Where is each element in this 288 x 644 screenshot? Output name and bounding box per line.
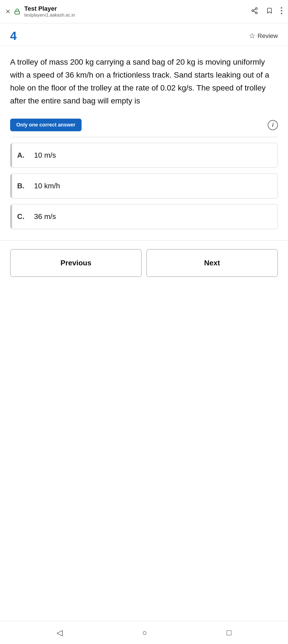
review-button[interactable]: ☆ Review bbox=[249, 31, 278, 40]
option-b[interactable]: B. 10 km/h bbox=[10, 173, 278, 198]
svg-point-7 bbox=[281, 10, 282, 11]
option-c-label: C. bbox=[17, 212, 28, 221]
bookmark-icon[interactable] bbox=[266, 7, 273, 16]
close-button[interactable]: × bbox=[6, 8, 10, 15]
previous-button[interactable]: Previous bbox=[10, 249, 142, 277]
option-c-text: 36 m/s bbox=[34, 212, 56, 221]
question-body: A trolley of mass 200 kg carrying a sand… bbox=[0, 46, 288, 113]
nav-buttons: Previous Next bbox=[0, 240, 288, 285]
option-a-label: A. bbox=[17, 151, 28, 160]
browser-url: testplayerv1.aakash.ac.in bbox=[24, 12, 75, 18]
star-icon: ☆ bbox=[249, 31, 255, 40]
option-a[interactable]: A. 10 m/s bbox=[10, 143, 278, 168]
next-button[interactable]: Next bbox=[146, 249, 278, 277]
more-options-icon[interactable] bbox=[281, 7, 282, 16]
spacer bbox=[0, 285, 288, 319]
answer-type-section: Only one correct answer i bbox=[0, 113, 288, 137]
question-text: A trolley of mass 200 kg carrying a sand… bbox=[10, 56, 278, 108]
back-nav-icon[interactable]: ◁ bbox=[57, 628, 63, 637]
lock-icon bbox=[14, 8, 20, 15]
svg-point-6 bbox=[281, 7, 282, 8]
home-nav-icon[interactable]: ○ bbox=[142, 628, 147, 637]
review-label: Review bbox=[258, 32, 278, 40]
browser-title: Test Player bbox=[24, 5, 75, 12]
svg-point-8 bbox=[281, 13, 282, 14]
recents-nav-icon[interactable]: □ bbox=[227, 628, 231, 637]
share-icon[interactable] bbox=[251, 7, 258, 16]
option-b-label: B. bbox=[17, 182, 28, 190]
question-number: 4 bbox=[10, 30, 17, 42]
android-nav-bar: ◁ ○ □ bbox=[0, 621, 288, 644]
option-a-text: 10 m/s bbox=[34, 151, 56, 160]
browser-left: × Test Player testplayerv1.aakash.ac.in bbox=[6, 5, 246, 18]
option-c[interactable]: C. 36 m/s bbox=[10, 204, 278, 229]
browser-chrome: × Test Player testplayerv1.aakash.ac.in bbox=[0, 0, 288, 23]
options-section: A. 10 m/s B. 10 km/h C. 36 m/s bbox=[0, 137, 288, 235]
option-b-text: 10 km/h bbox=[34, 182, 60, 190]
answer-type-badge: Only one correct answer bbox=[10, 119, 82, 131]
question-header: 4 ☆ Review bbox=[0, 23, 288, 46]
info-icon[interactable]: i bbox=[268, 120, 278, 130]
svg-rect-0 bbox=[15, 11, 20, 14]
svg-line-4 bbox=[253, 11, 255, 12]
browser-title-group: Test Player testplayerv1.aakash.ac.in bbox=[24, 5, 75, 18]
svg-line-5 bbox=[253, 9, 255, 10]
browser-right bbox=[251, 7, 282, 16]
